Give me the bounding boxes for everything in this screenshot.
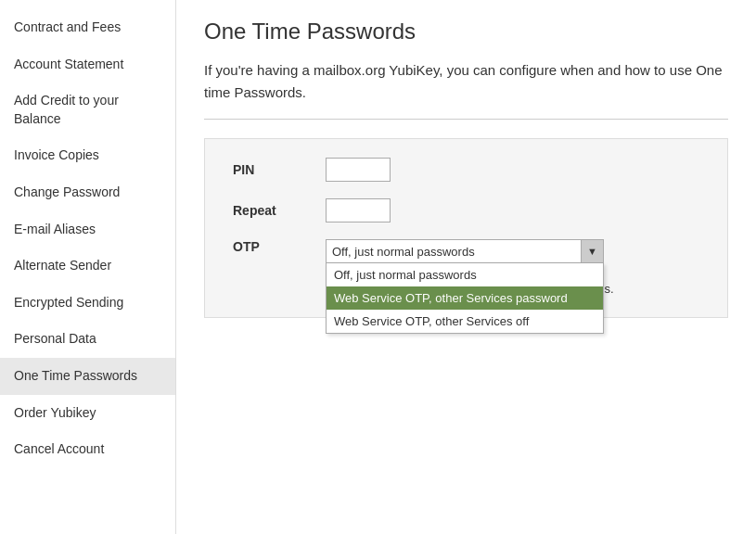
repeat-row: Repeat: [233, 198, 699, 222]
repeat-label: Repeat: [233, 203, 326, 218]
sidebar-item-encrypted-sending[interactable]: Encrypted Sending: [0, 285, 175, 322]
select-arrow-icon: ▼: [581, 240, 603, 262]
otp-select-container: Off, just normal passwords ▼ Off, just n…: [326, 239, 604, 263]
page-title: One Time Passwords: [204, 19, 728, 44]
otp-select-display[interactable]: Off, just normal passwords ▼: [326, 239, 604, 263]
otp-selected-value: Off, just normal passwords: [327, 242, 581, 261]
sidebar-item-account-statement[interactable]: Account Statement: [0, 46, 175, 83]
repeat-input[interactable]: [326, 198, 391, 222]
sidebar-item-one-time-passwords[interactable]: One Time Passwords: [0, 358, 175, 395]
form-area: PIN Repeat OTP Off, just normal password…: [204, 138, 728, 318]
main-content: One Time Passwords If you're having a ma…: [176, 0, 756, 534]
otp-option-web-off[interactable]: Web Service OTP, other Services off: [327, 310, 603, 333]
otp-dropdown: Off, just normal passwords Web Service O…: [326, 263, 604, 334]
sidebar: Contract and FeesAccount StatementAdd Cr…: [0, 0, 176, 534]
otp-option-off[interactable]: Off, just normal passwords: [327, 263, 603, 286]
pin-label: PIN: [233, 162, 326, 177]
description: If you're having a mailbox.org YubiKey, …: [204, 59, 728, 120]
otp-option-web-otp[interactable]: Web Service OTP, other Services password: [327, 286, 603, 310]
otp-row: OTP Off, just normal passwords ▼ Off, ju…: [233, 239, 699, 263]
pin-input[interactable]: [326, 158, 391, 182]
sidebar-item-order-yubikey[interactable]: Order Yubikey: [0, 395, 175, 432]
sidebar-item-add-credit[interactable]: Add Credit to your Balance: [0, 83, 175, 137]
sidebar-item-invoice-copies[interactable]: Invoice Copies: [0, 137, 175, 174]
sidebar-item-contract-and-fees[interactable]: Contract and Fees: [0, 9, 175, 46]
sidebar-item-cancel-account[interactable]: Cancel Account: [0, 431, 175, 468]
sidebar-item-change-password[interactable]: Change Password: [0, 174, 175, 211]
sidebar-item-email-aliases[interactable]: E-mail Aliases: [0, 211, 175, 248]
pin-row: PIN: [233, 158, 699, 182]
sidebar-item-personal-data[interactable]: Personal Data: [0, 321, 175, 358]
sidebar-item-alternate-sender[interactable]: Alternate Sender: [0, 248, 175, 285]
otp-label: OTP: [233, 239, 326, 254]
